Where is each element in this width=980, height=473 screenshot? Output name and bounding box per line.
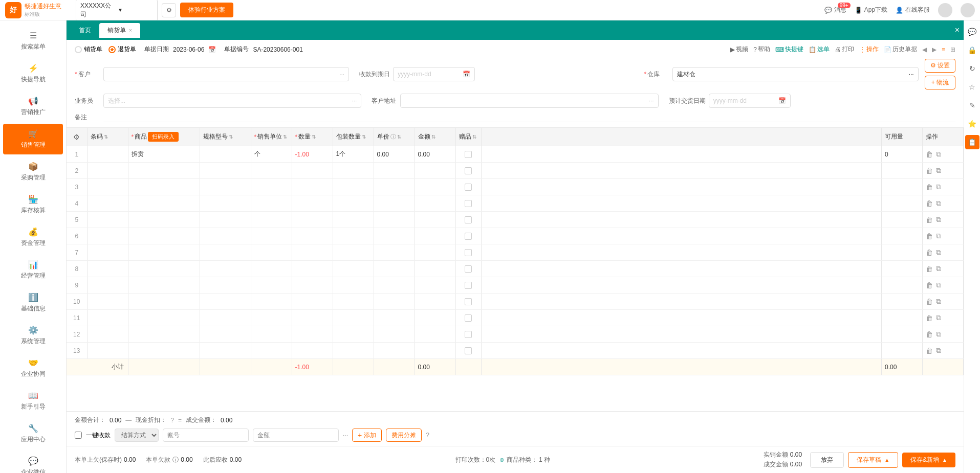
- sidebar-item-apps[interactable]: 🔧 应用中心: [3, 418, 63, 449]
- view-list-button[interactable]: ≡: [942, 46, 945, 53]
- row-copy-icon[interactable]: ⧉: [936, 232, 941, 240]
- right-panel-icon-6[interactable]: ⭐: [965, 117, 979, 131]
- row-copy-icon[interactable]: ⧉: [936, 166, 941, 175]
- sidebar-item-quick-nav[interactable]: ⚡ 快捷导航: [3, 58, 63, 89]
- row-copy-icon[interactable]: ⧉: [936, 281, 941, 289]
- warehouse-input[interactable]: 建材仓 ···: [672, 67, 918, 81]
- sidebar-item-search[interactable]: ☰ 搜索菜单: [3, 26, 63, 56]
- right-panel-icon-4[interactable]: ☆: [965, 80, 979, 94]
- add-payment-button[interactable]: + 添加: [352, 429, 382, 442]
- row-delete-icon[interactable]: 🗑: [926, 232, 933, 240]
- row-copy-icon[interactable]: ⧉: [936, 330, 941, 339]
- row1-gift[interactable]: [455, 146, 481, 163]
- history-button[interactable]: 📄 历史单据: [884, 45, 917, 54]
- row-delete-icon[interactable]: 🗑: [926, 347, 933, 355]
- row1-delete-icon[interactable]: 🗑: [926, 150, 933, 159]
- select-order-button[interactable]: 📋 选单: [809, 45, 830, 54]
- sidebar-item-management[interactable]: 📊 经营管理: [3, 255, 63, 285]
- row-delete-icon[interactable]: 🗑: [926, 298, 933, 306]
- row1-qty[interactable]: -1.00: [292, 146, 333, 163]
- one-click-payment-checkbox[interactable]: [75, 432, 82, 439]
- row1-product[interactable]: 拆贡: [128, 146, 200, 163]
- row-copy-icon[interactable]: ⧉: [936, 297, 941, 306]
- settings-form-button[interactable]: ⚙ 设置: [925, 59, 955, 73]
- video-button[interactable]: ▶ 视频: [730, 45, 748, 54]
- operate-button[interactable]: ⋮ 操作: [859, 45, 879, 54]
- table-settings-icon[interactable]: ⚙: [73, 133, 80, 141]
- customer-address-input[interactable]: ···: [400, 94, 658, 108]
- tab-home[interactable]: 首页: [71, 23, 99, 38]
- calendar-icon[interactable]: 📅: [208, 46, 216, 53]
- radio-sales-order[interactable]: 销货单: [75, 45, 102, 54]
- row1-price[interactable]: 0.00: [374, 146, 415, 163]
- note-input[interactable]: [103, 112, 955, 122]
- row-delete-icon[interactable]: 🗑: [926, 249, 933, 257]
- shortcut-button[interactable]: ⌨ 快捷键: [775, 45, 803, 54]
- sidebar-item-finance[interactable]: 💰 资金管理: [3, 222, 63, 253]
- app-download-button[interactable]: 📱 App下载: [855, 6, 887, 14]
- row-delete-icon[interactable]: 🗑: [926, 314, 933, 322]
- sidebar-item-inventory[interactable]: 🏪 库存核算: [3, 189, 63, 220]
- discard-button[interactable]: 放弃: [810, 452, 844, 468]
- right-panel-icon-7[interactable]: 📋: [965, 135, 979, 149]
- logistics-button[interactable]: + 物流: [925, 76, 955, 89]
- sidebar-item-sales[interactable]: 🛒 销售管理: [3, 124, 63, 154]
- close-all-tabs-button[interactable]: ×: [955, 26, 960, 35]
- split-help-icon[interactable]: ?: [426, 432, 429, 439]
- right-panel-icon-3[interactable]: ↻: [965, 61, 979, 76]
- payment-more-icon[interactable]: ···: [343, 432, 348, 439]
- row1-copy-icon[interactable]: ⧉: [936, 150, 941, 159]
- row-delete-icon[interactable]: 🗑: [926, 216, 933, 224]
- th-settings[interactable]: ⚙: [67, 128, 87, 146]
- customer-input[interactable]: ···: [103, 67, 349, 81]
- row-delete-icon[interactable]: 🗑: [926, 330, 933, 339]
- right-panel-icon-5[interactable]: ✎: [965, 98, 979, 112]
- row1-spec[interactable]: [200, 146, 251, 163]
- arrears-info-icon[interactable]: ⓘ: [172, 456, 179, 464]
- user-avatar-2[interactable]: [961, 3, 975, 17]
- right-panel-icon-1[interactable]: 💬: [965, 25, 979, 39]
- radio-return-order[interactable]: 退货单: [108, 45, 136, 54]
- tab-close-button[interactable]: ×: [129, 28, 132, 33]
- scan-button[interactable]: 扫码录入: [148, 132, 179, 142]
- row-copy-icon[interactable]: ⧉: [936, 215, 941, 224]
- settlement-method-select[interactable]: 结算方式: [115, 429, 159, 442]
- row1-remark[interactable]: [481, 146, 882, 163]
- row-copy-icon[interactable]: ⧉: [936, 264, 941, 273]
- messages-button[interactable]: 💬 消息 99+: [824, 6, 846, 14]
- row-copy-icon[interactable]: ⧉: [936, 346, 941, 355]
- salesperson-input[interactable]: 选择... ···: [103, 94, 361, 108]
- row-delete-icon[interactable]: 🗑: [926, 167, 933, 175]
- save-draft-button[interactable]: 保存草稿 ▲: [848, 452, 898, 468]
- sidebar-item-wechat[interactable]: 💬 企业微信: [3, 451, 63, 473]
- service-button[interactable]: 👤 在线客服: [896, 6, 930, 14]
- print-button[interactable]: 🖨 打印: [835, 45, 854, 54]
- row-copy-icon[interactable]: ⧉: [936, 199, 941, 208]
- row-delete-icon[interactable]: 🗑: [926, 265, 933, 273]
- row1-unit[interactable]: 个: [251, 146, 292, 163]
- sidebar-item-marketing[interactable]: 📢 营销推广: [3, 91, 63, 122]
- save-new-button[interactable]: 保存&新增 ▲: [902, 453, 955, 467]
- expected-date-input[interactable]: yyyy-mm-dd 📅: [709, 94, 791, 108]
- tab-sales-order[interactable]: 销货单 ×: [99, 23, 140, 38]
- split-expense-button[interactable]: 费用分摊: [386, 429, 422, 442]
- price-info-icon[interactable]: ⓘ: [390, 133, 396, 141]
- row1-amount[interactable]: 0.00: [415, 146, 455, 163]
- next-record-button[interactable]: ▶: [932, 46, 937, 53]
- payment-amount-input[interactable]: [253, 429, 339, 442]
- trial-button[interactable]: 体验行业方案: [180, 3, 233, 17]
- sidebar-item-purchase[interactable]: 📦 采购管理: [3, 156, 63, 187]
- row1-pack-qty[interactable]: 1个: [333, 146, 374, 163]
- row-copy-icon[interactable]: ⧉: [936, 248, 941, 257]
- discount-help-icon[interactable]: ?: [170, 417, 174, 424]
- row-copy-icon[interactable]: ⧉: [936, 183, 941, 191]
- sidebar-item-system[interactable]: ⚙️ 系统管理: [3, 320, 63, 351]
- view-grid-button[interactable]: ⊞: [950, 46, 955, 53]
- payment-account-input[interactable]: [163, 429, 249, 442]
- row-delete-icon[interactable]: 🗑: [926, 183, 933, 191]
- due-date-input[interactable]: yyyy-mm-dd 📅: [393, 67, 475, 81]
- right-panel-icon-2[interactable]: 🔒: [965, 43, 979, 57]
- help-button[interactable]: ? 帮助: [753, 45, 770, 54]
- row-delete-icon[interactable]: 🗑: [926, 281, 933, 289]
- row-copy-icon[interactable]: ⧉: [936, 313, 941, 322]
